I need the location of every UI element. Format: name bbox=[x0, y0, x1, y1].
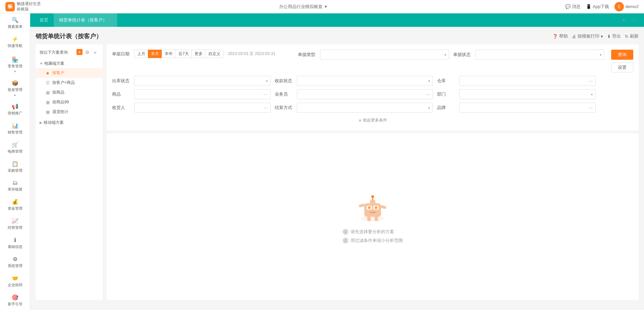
window-maximize-btn[interactable]: □ bbox=[629, 16, 637, 24]
sidebar-item-purchase-mgmt[interactable]: 📋 采购管理 bbox=[0, 157, 30, 176]
receive-status-label: 收款状态 bbox=[275, 78, 295, 84]
svg-point-9 bbox=[371, 195, 374, 198]
avatar: E bbox=[614, 2, 624, 11]
department-select[interactable]: ▾ bbox=[459, 89, 596, 99]
date-btn-this-month[interactable]: 本月 bbox=[148, 50, 162, 58]
out-status-select[interactable]: ▾ bbox=[134, 76, 271, 86]
scheme-item-by-product-99[interactable]: ▦ 按商品99 bbox=[36, 97, 103, 107]
warehouse-dots[interactable]: ··· bbox=[589, 78, 593, 84]
svg-rect-6 bbox=[369, 212, 376, 213]
print-template-btn[interactable]: 🖨 按模板打印 ▾ bbox=[572, 33, 603, 39]
receive-status-select[interactable]: ▾ bbox=[297, 76, 433, 86]
scheme-panel: 按以下方案查询 + ⚙ « ▼ 电脑端方案 ● bbox=[36, 44, 103, 300]
sidebar-item-new-guide[interactable]: 🎯 新手引导 bbox=[0, 291, 30, 310]
tab-home[interactable]: 首页 bbox=[34, 13, 54, 27]
sidebar-item-finance-mgmt[interactable]: 💰 资金管理 bbox=[0, 195, 30, 214]
date-btn-last-month[interactable]: 上月 bbox=[134, 50, 148, 58]
date-btn-more[interactable]: 更多 bbox=[192, 50, 205, 58]
brand-select[interactable]: ··· bbox=[459, 103, 596, 113]
receiver-dots[interactable]: ··· bbox=[264, 105, 268, 110]
scheme-item-by-product[interactable]: ▦ 按商品 bbox=[36, 88, 103, 97]
scheme-settings-btn[interactable]: ⚙ bbox=[84, 49, 91, 56]
brand-dots[interactable]: ··· bbox=[589, 105, 593, 110]
query-button[interactable]: 查询 bbox=[611, 50, 633, 60]
scheme-item-by-customer[interactable]: ● 按客户 bbox=[36, 68, 103, 78]
window-close-btn[interactable]: ✕ bbox=[620, 16, 628, 24]
sidebar-item-search-menu[interactable]: 🔍 搜索菜单 bbox=[0, 13, 30, 33]
svg-rect-13 bbox=[375, 216, 378, 221]
filter-area: 单据日期 上月 本月 本年 近7天 更多 自定义 2023-03-01 至 20… bbox=[107, 44, 639, 131]
sidebar-item-basic-info[interactable]: ℹ 基础信息 bbox=[0, 234, 30, 253]
sales-person-select[interactable]: ··· bbox=[297, 89, 433, 99]
collapse-bar[interactable]: ∧ 收起更多条件 bbox=[112, 115, 633, 125]
refresh-btn[interactable]: ↻ 刷新 bbox=[625, 33, 639, 39]
receiver-label: 收货人 bbox=[112, 105, 132, 111]
order-type-select[interactable]: ▾ bbox=[320, 50, 449, 60]
scheme-item-by-customer-product[interactable]: ☰ 按客户+商品 bbox=[36, 78, 103, 88]
app-download-btn[interactable]: 📱 App下载 bbox=[586, 4, 609, 10]
sidebar: 🔍 搜索菜单 ⚡ 快捷导航 🏪 零售管理 ▼ 📦 批发管理 ▲ 📢 营销推广 📊… bbox=[0, 13, 30, 310]
scheme-section-desktop: ▼ 电脑端方案 ● 按客户 ☰ 按客户+商品 ▦ bbox=[36, 59, 103, 117]
empty-tip-1: 1 请先选择要分析的方案 bbox=[342, 229, 403, 235]
scheme-header: 按以下方案查询 + ⚙ « bbox=[36, 47, 103, 58]
brand-label: 品牌 bbox=[437, 105, 457, 111]
order-type-label: 单据类型 bbox=[298, 52, 318, 58]
scheme-section-desktop-header[interactable]: ▼ 电脑端方案 bbox=[36, 59, 103, 68]
sidebar-item-inventory-check[interactable]: 🗂 库存核算 bbox=[0, 176, 30, 195]
settlement-label: 结算方式 bbox=[275, 105, 295, 111]
settlement-select[interactable]: ▾ bbox=[297, 103, 433, 113]
page-actions: ❓ 帮助 🖨 按模板打印 ▾ ⬇ 导出 ↻ 刷新 bbox=[552, 33, 639, 39]
sidebar-item-quick-nav[interactable]: ⚡ 快捷导航 bbox=[0, 33, 30, 52]
user-avatar-btn[interactable]: E demo2 bbox=[614, 2, 639, 11]
sidebar-item-marketing[interactable]: 📢 营销推广 bbox=[0, 100, 30, 119]
svg-rect-1 bbox=[364, 203, 381, 217]
sidebar-item-wholesale-mgmt[interactable]: 📦 批发管理 ▲ bbox=[0, 76, 30, 100]
industry-template[interactable]: 办公用品行业模拟账套 ▾ bbox=[279, 4, 327, 10]
order-status-label: 单据状态 bbox=[453, 52, 473, 58]
date-btn-last-7-days[interactable]: 近7天 bbox=[175, 50, 192, 58]
logo-icon: 畅 bbox=[5, 2, 15, 11]
scheme-section-mobile: ▶ 移动端方案 bbox=[36, 118, 103, 127]
empty-icon bbox=[353, 190, 393, 223]
sales-person-dots[interactable]: ··· bbox=[426, 92, 430, 97]
scheme-collapse-btn[interactable]: « bbox=[92, 49, 99, 56]
date-btn-custom[interactable]: 自定义 bbox=[205, 50, 223, 58]
sidebar-item-sales-mgmt[interactable]: 📊 销售管理 bbox=[0, 119, 30, 138]
sidebar-item-ecommerce-mgmt[interactable]: 🛒 电商管理 bbox=[0, 138, 30, 157]
right-panel: 单据日期 上月 本月 本年 近7天 更多 自定义 2023-03-01 至 20… bbox=[107, 44, 639, 300]
scheme-item-return-stats[interactable]: ▦ 退货统计 bbox=[36, 107, 103, 117]
svg-rect-10 bbox=[359, 203, 365, 207]
logo-text: 畅捷通好生意 标账版 bbox=[17, 1, 41, 12]
order-status-select[interactable]: ▾ bbox=[475, 50, 604, 60]
content-area: 首页 销货单统计表（按客户） ✕ ✕ □ 销货单统计表（按客户） ❓ 帮助 bbox=[30, 13, 644, 310]
main-panel: 按以下方案查询 + ⚙ « ▼ 电脑端方案 ● bbox=[36, 44, 639, 300]
top-bar-right: 💬 消息 📱 App下载 E demo2 bbox=[565, 2, 639, 11]
date-btn-this-year[interactable]: 本年 bbox=[162, 50, 175, 58]
top-bar: 畅 畅捷通好生意 标账版 办公用品行业模拟账套 ▾ 💬 消息 📱 App下载 E… bbox=[0, 0, 644, 13]
warehouse-select[interactable]: ··· bbox=[459, 76, 596, 86]
sales-person-label: 业务员 bbox=[275, 91, 295, 97]
scheme-add-btn[interactable]: + bbox=[76, 49, 83, 55]
tab-window-controls: ✕ □ bbox=[620, 16, 640, 24]
sidebar-item-operation-mgmt[interactable]: 📈 经营管理 bbox=[0, 214, 30, 234]
tab-close-btn[interactable]: ✕ bbox=[108, 18, 112, 22]
svg-rect-12 bbox=[367, 216, 371, 221]
sidebar-item-enterprise-coop[interactable]: 🤝 企业协同 bbox=[0, 272, 30, 291]
tab-sales-stats[interactable]: 销货单统计表（按客户） ✕ bbox=[54, 13, 117, 27]
sidebar-item-system-mgmt[interactable]: ⚙ 系统管理 bbox=[0, 253, 30, 272]
settings-button[interactable]: 设置 bbox=[611, 62, 633, 72]
action-btns: 查询 设置 bbox=[611, 50, 633, 72]
empty-state: 1 请先选择要分析的方案 2 用过滤条件来缩小分析范围 bbox=[107, 133, 639, 300]
main-layout: 🔍 搜索菜单 ⚡ 快捷导航 🏪 零售管理 ▼ 📦 批发管理 ▲ 📢 营销推广 📊… bbox=[0, 13, 644, 310]
scheme-section-mobile-header[interactable]: ▶ 移动端方案 bbox=[36, 118, 103, 127]
logo-box: 畅 畅捷通好生意 标账版 bbox=[5, 1, 41, 12]
sidebar-item-retail-mgmt[interactable]: 🏪 零售管理 ▼ bbox=[0, 53, 30, 76]
product-dots[interactable]: ··· bbox=[264, 92, 268, 97]
department-label: 部门 bbox=[437, 91, 457, 97]
product-select[interactable]: ··· bbox=[134, 89, 271, 99]
message-btn[interactable]: 💬 消息 bbox=[565, 4, 581, 10]
receiver-select[interactable]: ··· bbox=[134, 103, 271, 113]
page-content: 销货单统计表（按客户） ❓ 帮助 🖨 按模板打印 ▾ ⬇ 导出 bbox=[30, 27, 644, 310]
help-btn[interactable]: ❓ 帮助 bbox=[552, 33, 568, 39]
export-btn[interactable]: ⬇ 导出 bbox=[607, 33, 621, 39]
